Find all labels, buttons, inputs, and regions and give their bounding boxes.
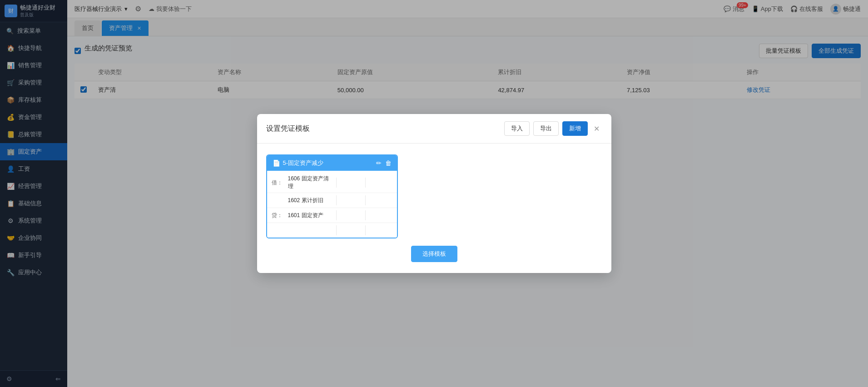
modal-header: 设置凭证模板 导入 导出 新增 ✕ (257, 114, 611, 144)
main-area: 医疗器械行业演示 ▾ ⚙ ☁ 我要体验一下 💬 消息 99+ 📱 App下载 🎧… (67, 0, 868, 387)
template-debit-row-1: 借： 1606 固定资产清理 (267, 173, 397, 193)
account-1601: 1601 固定资产 (288, 212, 334, 219)
account-1602: 1602 累计折旧 (288, 197, 334, 204)
new-template-button[interactable]: 新增 (562, 121, 588, 136)
delete-template-icon[interactable]: 🗑 (385, 159, 392, 167)
export-button[interactable]: 导出 (533, 121, 559, 136)
credit-label-1: 贷： (272, 212, 286, 219)
debit-amount-2 (336, 195, 363, 205)
credit-amount-1 (365, 178, 392, 188)
modal-header-actions: 导入 导出 新增 ✕ (504, 121, 602, 136)
debit-amount-1 (336, 178, 363, 188)
modal-title: 设置凭证模板 (266, 124, 310, 134)
content-area: 生成的凭证预览 批量凭证模板 全部生成凭证 变动类型 资产名称 固定资产原值 累… (67, 36, 868, 387)
credit-amount-2 (365, 195, 392, 205)
account-1606: 1606 固定资产清理 (288, 175, 334, 190)
modal-overlay: 设置凭证模板 导入 导出 新增 ✕ 📄 5-固定资产减少 (67, 36, 868, 387)
modal-set-template: 设置凭证模板 导入 导出 新增 ✕ 📄 5-固定资产减少 (257, 114, 611, 273)
template-actions: ✏ 🗑 (376, 159, 392, 167)
edit-template-icon[interactable]: ✏ (376, 159, 382, 167)
import-button[interactable]: 导入 (504, 121, 530, 136)
template-debit-row-2: 1602 累计折旧 (267, 193, 397, 208)
template-card-body: 借： 1606 固定资产清理 1602 累计折旧 (267, 171, 397, 238)
modal-close-button[interactable]: ✕ (591, 123, 602, 134)
template-title-area: 📄 5-固定资产减少 (273, 159, 324, 167)
template-name: 5-固定资产减少 (283, 159, 324, 167)
debit-amount-3 (336, 210, 363, 220)
template-card: 📄 5-固定资产减少 ✏ 🗑 借： 1606 固定资产清理 (266, 154, 398, 238)
credit-amount-3 (365, 210, 392, 220)
debit-label-1: 借： (272, 179, 286, 187)
template-empty-row (267, 223, 397, 236)
template-credit-row-1: 贷： 1601 固定资产 (267, 208, 397, 223)
select-template-button[interactable]: 选择模板 (411, 246, 457, 262)
select-template-area: 选择模板 (266, 246, 602, 262)
template-card-header: 📄 5-固定资产减少 ✏ 🗑 (267, 155, 397, 171)
modal-body: 📄 5-固定资产减少 ✏ 🗑 借： 1606 固定资产清理 (257, 144, 611, 273)
template-icon: 📄 (273, 159, 280, 167)
